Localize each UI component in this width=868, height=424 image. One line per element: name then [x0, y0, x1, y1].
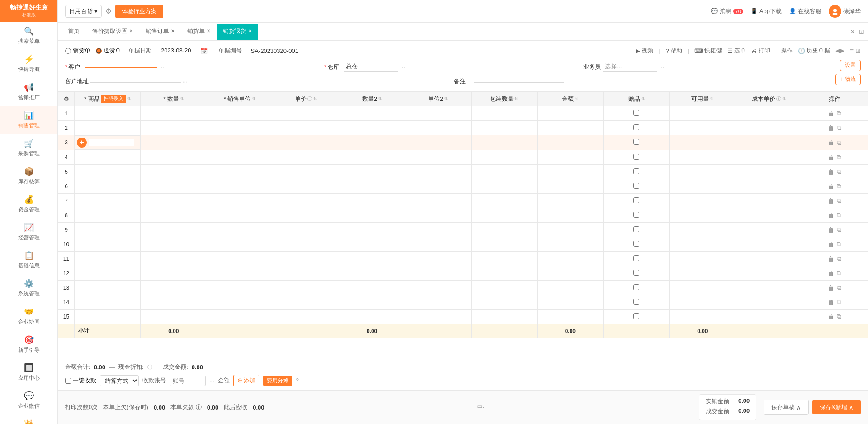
sidebar-item-quicknav[interactable]: ⚡ 快捷导航: [0, 50, 57, 78]
unit2-cell[interactable]: [405, 237, 471, 252]
qty-sort-icon[interactable]: ⇅: [180, 96, 184, 101]
product-cell[interactable]: [75, 237, 141, 252]
price-cell[interactable]: [273, 165, 339, 179]
staff-input[interactable]: 选择...: [603, 62, 657, 72]
delete-icon[interactable]: 🗑: [828, 110, 834, 117]
note-input[interactable]: [474, 81, 564, 83]
warehouse-input[interactable]: 总仓: [344, 62, 398, 72]
scan-button[interactable]: 扫码录入: [101, 95, 126, 103]
unit2-cell[interactable]: [405, 266, 471, 281]
avail-cell[interactable]: [670, 237, 736, 252]
user-profile[interactable]: 徐泽华: [829, 5, 861, 18]
gift-checkbox[interactable]: [633, 284, 639, 290]
unit-cell[interactable]: [207, 208, 273, 223]
amount-cell[interactable]: [537, 266, 603, 281]
delete-icon[interactable]: 🗑: [828, 139, 834, 146]
gift-checkbox[interactable]: [633, 212, 639, 218]
close-window-icon[interactable]: ✕: [850, 28, 855, 35]
customer-dots[interactable]: ···: [159, 63, 164, 70]
cost-sort-icon[interactable]: ⇅: [782, 96, 786, 101]
gift-cell[interactable]: [604, 237, 670, 252]
message-item[interactable]: 💬 消息 70: [711, 7, 743, 15]
product-cell[interactable]: [75, 208, 141, 223]
qty-cell[interactable]: [141, 223, 207, 237]
date-value[interactable]: 2023-03-20: [159, 46, 193, 55]
pkgqty-cell[interactable]: [471, 208, 537, 223]
avail-cell[interactable]: [670, 281, 736, 295]
product-cell[interactable]: [75, 252, 141, 266]
qty2-cell[interactable]: [339, 266, 405, 281]
amount-cell[interactable]: [537, 281, 603, 295]
copy-icon[interactable]: ⧉: [837, 269, 841, 277]
gift-checkbox[interactable]: [633, 154, 639, 160]
gift-cell[interactable]: [604, 150, 670, 165]
unit-cell[interactable]: [207, 223, 273, 237]
copy-icon[interactable]: ⧉: [837, 124, 841, 132]
experience-button[interactable]: 体验行业方案: [115, 5, 163, 18]
maximize-icon[interactable]: ⊡: [859, 28, 864, 35]
product-cell[interactable]: [75, 223, 141, 237]
cost-cell[interactable]: [736, 281, 802, 295]
qty-cell[interactable]: [141, 237, 207, 252]
gift-cell[interactable]: [604, 179, 670, 194]
qty2-cell[interactable]: [339, 179, 405, 194]
delete-icon[interactable]: 🗑: [828, 299, 834, 306]
radio-sale-input[interactable]: [65, 48, 71, 54]
delete-icon[interactable]: 🗑: [828, 154, 834, 161]
unit-cell[interactable]: [207, 106, 273, 121]
pkgqty-cell[interactable]: [471, 106, 537, 121]
toolbar-video[interactable]: ▶ 视频: [636, 47, 653, 55]
product-cell[interactable]: [75, 106, 141, 121]
qty-cell[interactable]: [141, 165, 207, 179]
save-draft-button[interactable]: 保存草稿 ∧: [764, 400, 809, 415]
sidebar-item-wechat[interactable]: 💬 企业微信: [0, 386, 57, 414]
amount-cell[interactable]: [537, 237, 603, 252]
copy-icon[interactable]: ⧉: [837, 240, 841, 248]
sidebar-item-inventory[interactable]: 📦 库存核算: [0, 162, 57, 190]
gift-cell[interactable]: [604, 208, 670, 223]
customer-input[interactable]: [85, 66, 157, 68]
app-download-item[interactable]: 📱 App下载: [750, 7, 782, 15]
unit-cell[interactable]: [207, 179, 273, 194]
unit-cell[interactable]: [207, 237, 273, 252]
delete-icon[interactable]: 🗑: [828, 212, 834, 219]
delete-icon[interactable]: 🗑: [828, 241, 834, 248]
sidebar-item-search[interactable]: 🔍 搜索菜单: [0, 22, 57, 50]
pkgqty-cell[interactable]: [471, 295, 537, 310]
grid-view-icon[interactable]: ⊞: [855, 47, 861, 54]
pkgqty-cell[interactable]: [471, 310, 537, 324]
sidebar-item-basic[interactable]: 📋 基础信息: [0, 246, 57, 274]
delete-icon[interactable]: 🗑: [828, 197, 834, 205]
qty-cell[interactable]: [141, 295, 207, 310]
tab-home[interactable]: 首页: [61, 24, 86, 40]
product-cell[interactable]: [75, 179, 141, 194]
toolbar-shortcut[interactable]: ⌨ 快捷键: [694, 47, 722, 55]
unit-cell[interactable]: [207, 121, 273, 135]
avail-cell[interactable]: [670, 252, 736, 266]
copy-icon[interactable]: ⧉: [837, 139, 841, 147]
gift-checkbox[interactable]: [633, 255, 639, 261]
tab-sales-return[interactable]: 销货退货 ✕: [217, 24, 258, 40]
amount-cell[interactable]: [537, 252, 603, 266]
delete-icon[interactable]: 🗑: [828, 183, 834, 190]
gift-cell[interactable]: [604, 121, 670, 135]
copy-icon[interactable]: ⧉: [837, 226, 841, 233]
pkgqty-cell[interactable]: [471, 223, 537, 237]
cost-cell[interactable]: [736, 223, 802, 237]
qty2-cell[interactable]: [339, 281, 405, 295]
price-cell[interactable]: [273, 295, 339, 310]
cost-cell[interactable]: [736, 237, 802, 252]
tab-sales-bill[interactable]: 销货单 ✕: [181, 24, 217, 40]
gift-cell[interactable]: [604, 194, 670, 208]
sidebar-item-system[interactable]: ⚙️ 系统管理: [0, 274, 57, 302]
amount-cell[interactable]: [537, 150, 603, 165]
unit2-cell[interactable]: [405, 150, 471, 165]
unit2-cell[interactable]: [405, 135, 471, 150]
gift-checkbox[interactable]: [633, 299, 639, 305]
one-click-payment-input[interactable]: [65, 378, 71, 384]
gift-checkbox[interactable]: [633, 270, 639, 276]
price-cell[interactable]: [273, 194, 339, 208]
pkgqty-cell[interactable]: [471, 252, 537, 266]
qty-cell[interactable]: [141, 252, 207, 266]
sidebar-item-purchase[interactable]: 🛒 采购管理: [0, 134, 57, 162]
